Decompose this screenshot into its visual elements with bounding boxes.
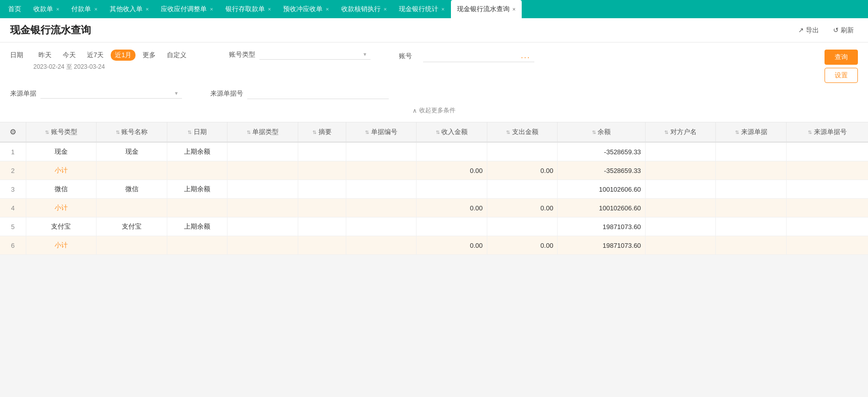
tab-close-icon[interactable]: ×: [326, 6, 329, 12]
table-cell: [298, 142, 346, 161]
col-header-accountType[interactable]: ⇅ 账号类型: [26, 122, 97, 142]
account-type-label: 账号类型: [229, 50, 255, 59]
source-doc-no-input[interactable]: [247, 88, 389, 99]
col-header-expense[interactable]: ⇅ 支出金额: [487, 122, 558, 142]
nav-tab[interactable]: 收款核销执行×: [335, 0, 393, 18]
col-header-counterparty[interactable]: ⇅ 对方户名: [645, 122, 716, 142]
date-options: 昨天今天近7天近1月更多自定义: [34, 50, 191, 61]
account-select[interactable]: ...: [423, 50, 534, 62]
nav-tab[interactable]: 现金银行统计×: [393, 0, 450, 18]
sort-icon: ⇅: [365, 129, 369, 135]
col-header-docNo[interactable]: ⇅ 单据编号: [346, 122, 417, 142]
table-cell: [346, 142, 417, 161]
col-header-balance[interactable]: ⇅ 余额: [558, 122, 645, 142]
date-label: 日期: [10, 51, 30, 60]
table-cell: [298, 217, 346, 236]
table-cell: 1: [0, 142, 26, 161]
table-cell: [487, 217, 558, 236]
table-cell: 0.00: [417, 161, 487, 180]
page-title: 现金银行流水查询: [10, 23, 91, 37]
col-header-income[interactable]: ⇅ 收入金额: [417, 122, 487, 142]
account-filter: 账号 ...: [399, 50, 534, 62]
account-dots-icon[interactable]: ...: [521, 51, 530, 60]
tab-close-icon[interactable]: ×: [146, 6, 149, 12]
date-option[interactable]: 近7天: [83, 50, 108, 61]
nav-tab[interactable]: 其他收入单×: [104, 0, 155, 18]
tab-close-icon[interactable]: ×: [441, 6, 444, 12]
col-header-docType[interactable]: ⇅ 单据类型: [227, 122, 298, 142]
col-header-sourceDocNo[interactable]: ⇅ 来源单据号: [787, 122, 868, 142]
col-header-gear[interactable]: ⚙: [0, 122, 26, 142]
table-cell: [787, 236, 868, 255]
table-cell: [227, 180, 298, 199]
table-cell: [716, 161, 787, 180]
nav-tab[interactable]: 付款单×: [65, 0, 103, 18]
table-cell: [167, 199, 227, 217]
table-header-row: ⚙⇅ 账号类型⇅ 账号名称⇅ 日期⇅ 单据类型⇅ 摘要⇅ 单据编号⇅ 收入金额⇅…: [0, 122, 868, 142]
nav-tab[interactable]: 应收应付调整单×: [155, 0, 219, 18]
col-header-date[interactable]: ⇅ 日期: [167, 122, 227, 142]
table-cell: [227, 142, 298, 161]
tab-close-icon[interactable]: ×: [513, 6, 516, 12]
col-header-sourceDoc[interactable]: ⇅ 来源单据: [716, 122, 787, 142]
date-option[interactable]: 昨天: [34, 50, 56, 61]
date-option[interactable]: 更多: [139, 50, 160, 61]
source-doc-select[interactable]: ▾: [40, 89, 182, 99]
table-cell: [167, 161, 227, 180]
nav-tab[interactable]: 现金银行流水查询×: [451, 0, 522, 18]
refresh-label: 刷新: [841, 26, 854, 35]
table-cell: [97, 236, 167, 255]
gear-icon[interactable]: ⚙: [10, 127, 16, 136]
sort-icon: ⇅: [735, 129, 739, 135]
table-row: 6小计0.000.0019871073.60: [0, 236, 868, 255]
account-type-select[interactable]: ▾: [259, 50, 371, 60]
sort-icon: ⇅: [45, 129, 49, 135]
tab-close-icon[interactable]: ×: [56, 6, 59, 12]
nav-tab[interactable]: 收款单×: [27, 0, 65, 18]
table-cell: 6: [0, 236, 26, 255]
tab-close-icon[interactable]: ×: [268, 6, 271, 12]
nav-home[interactable]: 首页: [2, 5, 27, 14]
table-cell: [298, 161, 346, 180]
export-button[interactable]: ↗ 导出: [794, 24, 823, 37]
table-cell: [645, 236, 716, 255]
table-cell: [487, 142, 558, 161]
filter-row-1: 日期 昨天今天近7天近1月更多自定义 2023-02-24 至 2023-03-…: [10, 50, 858, 83]
tab-close-icon[interactable]: ×: [94, 6, 97, 12]
date-option[interactable]: 今天: [59, 50, 80, 61]
account-label: 账号: [399, 52, 419, 61]
sort-icon: ⇅: [506, 129, 510, 135]
table-cell: 0.00: [417, 236, 487, 255]
nav-tab[interactable]: 预收冲应收单×: [277, 0, 335, 18]
table-cell: [645, 217, 716, 236]
table-cell: 现金: [26, 142, 97, 161]
date-option[interactable]: 近1月: [111, 50, 135, 61]
account-type-filter: 账号类型 ▾: [229, 50, 371, 60]
col-header-accountName[interactable]: ⇅ 账号名称: [97, 122, 167, 142]
table-cell: [346, 180, 417, 199]
table-cell: [227, 236, 298, 255]
date-option[interactable]: 自定义: [163, 50, 191, 61]
table-cell: 3: [0, 180, 26, 199]
table-cell: 0.00: [487, 236, 558, 255]
table-cell: -3528659.33: [558, 161, 645, 180]
table-cell: [645, 199, 716, 217]
table-cell: [787, 217, 868, 236]
nav-tab[interactable]: 银行存取款单×: [219, 0, 277, 18]
table-cell: [417, 180, 487, 199]
table-cell: [97, 199, 167, 217]
query-button[interactable]: 查询: [825, 50, 858, 65]
table-cell: 上期余额: [167, 142, 227, 161]
refresh-button[interactable]: ↺ 刷新: [829, 24, 858, 37]
settings-button[interactable]: 设置: [825, 68, 858, 83]
filter-row-2: 来源单据 ▾ 来源单据号: [10, 88, 858, 99]
top-nav: 首页 收款单×付款单×其他收入单×应收应付调整单×银行存取款单×预收冲应收单×收…: [0, 0, 868, 18]
tab-close-icon[interactable]: ×: [384, 6, 387, 12]
table-cell: [716, 142, 787, 161]
col-header-summary[interactable]: ⇅ 摘要: [298, 122, 346, 142]
action-buttons: 查询 设置: [825, 50, 858, 83]
sort-icon: ⇅: [247, 129, 251, 135]
table-cell: 0.00: [487, 199, 558, 217]
collapse-bar[interactable]: ∧ 收起更多条件: [10, 104, 858, 117]
tab-close-icon[interactable]: ×: [210, 6, 213, 12]
